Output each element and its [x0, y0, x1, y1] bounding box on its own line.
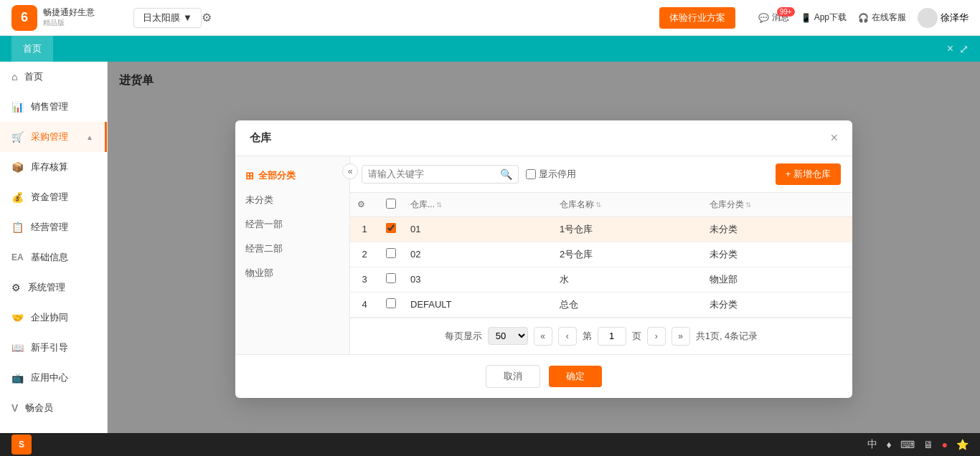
- sidebar-item-system[interactable]: ⚙ 系统管理: [0, 272, 107, 303]
- sidebar-item-vip[interactable]: V 畅会员: [0, 393, 107, 423]
- user-info[interactable]: 徐泽华: [918, 8, 969, 28]
- chevron-down-icon: ▼: [183, 12, 192, 23]
- row-category: 物业部: [702, 267, 852, 292]
- last-page-button[interactable]: »: [672, 327, 690, 346]
- category-item-ops2[interactable]: 经营二部: [235, 237, 349, 261]
- gear-button[interactable]: ⚙: [202, 11, 212, 24]
- table-body: 1 01 1号仓库 未分类 2 02 2号仓库 未分类 3 03 水 物业部 4…: [350, 217, 852, 317]
- app-label: App下载: [814, 11, 847, 24]
- show-disabled-checkbox[interactable]: [526, 169, 536, 179]
- select-all-checkbox[interactable]: [386, 199, 396, 209]
- experience-button[interactable]: 体验行业方案: [659, 7, 735, 29]
- page-label: 第: [583, 330, 592, 343]
- col-setting[interactable]: ⚙: [350, 193, 379, 217]
- sidebar-item-app-center[interactable]: 📺 应用中心: [0, 363, 107, 393]
- row-name: 2号仓库: [552, 242, 702, 267]
- prev-page-button[interactable]: ‹: [558, 327, 577, 346]
- table-area: 🔍 显示停用 + 新增仓库: [350, 156, 852, 354]
- page-number-input[interactable]: [598, 327, 626, 346]
- customer-service-item[interactable]: 🎧 在线客服: [858, 11, 906, 24]
- sidebar-item-enterprise[interactable]: 🤝 企业协同: [0, 303, 107, 333]
- table-row[interactable]: 1 01 1号仓库 未分类: [350, 217, 852, 242]
- pagination: 每页显示 50 10 20 100 « ‹ 第 页: [350, 318, 852, 354]
- top-header: 6 畅捷通好生意 精品版 日太阳膜 ▼ ⚙ 体验行业方案 💬 消息 99+ 📱 …: [0, 0, 980, 36]
- sidebar: ⌂ 首页 📊 销售管理 🛒 采购管理 ▲ 📦 库存核算 💰 资金管理 📋 经营管…: [0, 62, 108, 456]
- bottom-icon-diamond[interactable]: ♦: [886, 439, 891, 450]
- sidebar-item-purchase[interactable]: 🛒 采购管理 ▲: [0, 122, 107, 152]
- bottom-icon-circle[interactable]: ●: [942, 439, 948, 450]
- category-item-ops1[interactable]: 经营一部: [235, 212, 349, 237]
- first-page-button[interactable]: «: [534, 327, 552, 346]
- close-tab-button[interactable]: ×: [947, 42, 953, 55]
- sidebar-label-purchase: 采购管理: [31, 130, 68, 143]
- sidebar-item-guide[interactable]: 📖 新手引导: [0, 333, 107, 363]
- sidebar-item-inventory[interactable]: 📦 库存核算: [0, 152, 107, 182]
- message-icon: 💬: [758, 13, 769, 23]
- row-check[interactable]: [379, 267, 403, 292]
- sales-icon: 📊: [11, 101, 24, 113]
- sidebar-item-finance[interactable]: 💰 资金管理: [0, 182, 107, 212]
- category-item-uncategorized[interactable]: 未分类: [235, 188, 349, 212]
- row-check[interactable]: [379, 292, 403, 317]
- operations-icon: 📋: [11, 222, 24, 233]
- category-item-property[interactable]: 物业部: [235, 261, 349, 285]
- total-info: 共1页, 4条记录: [696, 330, 758, 343]
- sidebar-item-basic-info[interactable]: EA 基础信息: [0, 242, 107, 272]
- bottom-icon-star[interactable]: ⭐: [956, 439, 969, 450]
- cancel-button[interactable]: 取消: [486, 365, 540, 388]
- main-layout: ⌂ 首页 📊 销售管理 🛒 采购管理 ▲ 📦 库存核算 💰 资金管理 📋 经营管…: [0, 62, 980, 456]
- category-sidebar: ⊞ 全部分类 « 未分类 经营一部 经营二部: [235, 156, 350, 354]
- per-page-label: 每页显示: [445, 330, 482, 343]
- finance-icon: 💰: [11, 191, 24, 203]
- modal-title: 仓库: [250, 131, 271, 145]
- sidebar-label-guide: 新手引导: [31, 341, 68, 354]
- row-code: 01: [403, 217, 552, 242]
- col-name-header[interactable]: 仓库名称⇅: [552, 193, 702, 217]
- confirm-button[interactable]: 确定: [549, 366, 602, 387]
- table-row[interactable]: 3 03 水 物业部: [350, 267, 852, 292]
- sidebar-item-home[interactable]: ⌂ 首页: [0, 62, 107, 92]
- sidebar-item-operations[interactable]: 📋 经营管理: [0, 212, 107, 242]
- sidebar-item-sales[interactable]: 📊 销售管理: [0, 92, 107, 122]
- search-icon[interactable]: 🔍: [500, 168, 512, 180]
- grid-icon: ⊞: [245, 170, 254, 181]
- sort-icon-code: ⇅: [436, 201, 442, 209]
- modal-overlay: 仓库 × ⊞ 全部分类 « 未分类: [108, 62, 980, 456]
- bottom-icon-monitor[interactable]: 🖥: [923, 439, 933, 450]
- collapse-button[interactable]: «: [342, 163, 358, 179]
- row-check[interactable]: [379, 217, 403, 242]
- table-row[interactable]: 4 DEFAULT 总仓 未分类: [350, 292, 852, 317]
- modal-close-button[interactable]: ×: [830, 130, 838, 146]
- expand-button[interactable]: ⤢: [959, 42, 969, 56]
- row-num: 4: [350, 292, 379, 317]
- bottom-bar: S 中 ♦ ⌨ 🖥 ● ⭐: [0, 433, 980, 456]
- warehouse-modal: 仓库 × ⊞ 全部分类 « 未分类: [235, 120, 852, 398]
- app-download-item[interactable]: 📱 App下载: [801, 11, 847, 24]
- message-icon-item[interactable]: 💬 消息 99+: [758, 11, 789, 24]
- system-icon: ⚙: [11, 282, 21, 293]
- bottom-icon-zh[interactable]: 中: [867, 438, 877, 451]
- table-header-row: ⚙ 仓库...⇅ 仓库名: [350, 193, 852, 217]
- show-disabled-label[interactable]: 显示停用: [526, 168, 576, 181]
- row-num: 1: [350, 217, 379, 242]
- col-category-header[interactable]: 仓库分类⇅: [702, 193, 852, 217]
- bottom-icon-keyboard[interactable]: ⌨: [900, 439, 915, 450]
- col-code-header[interactable]: 仓库...⇅: [403, 193, 552, 217]
- page-content: 进货单 仓库 × ⊞ 全部分类 «: [108, 62, 980, 456]
- store-selector[interactable]: 日太阳膜 ▼: [133, 8, 202, 28]
- table-row[interactable]: 2 02 2号仓库 未分类: [350, 242, 852, 267]
- table-wrapper: ⚙ 仓库...⇅ 仓库名: [350, 193, 852, 318]
- col-checkbox: [379, 193, 403, 217]
- per-page-select[interactable]: 50 10 20 100: [488, 327, 528, 345]
- category-all-header[interactable]: ⊞ 全部分类: [235, 163, 349, 188]
- vip-icon: V: [11, 402, 18, 414]
- row-check[interactable]: [379, 242, 403, 267]
- home-icon: ⌂: [11, 71, 17, 82]
- sub-tab-home[interactable]: 首页: [11, 36, 53, 62]
- add-warehouse-button[interactable]: + 新增仓库: [776, 163, 841, 185]
- search-input[interactable]: [368, 168, 497, 179]
- sub-header: 首页 × ⤢: [0, 36, 980, 62]
- next-page-button[interactable]: ›: [647, 327, 666, 346]
- sidebar-label-sales: 销售管理: [31, 100, 68, 113]
- row-category: 未分类: [702, 242, 852, 267]
